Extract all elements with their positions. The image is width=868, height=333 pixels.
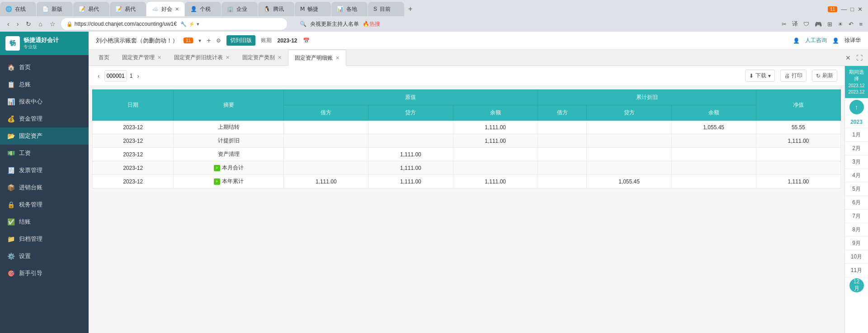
home-btn[interactable]: ⌂: [37, 19, 44, 28]
cell-summary: 资产清理: [174, 148, 284, 161]
gamepad-icon[interactable]: 🎮: [815, 21, 822, 28]
browser-tab-changjie[interactable]: Ⅿ 畅捷: [295, 2, 331, 16]
tab-close-icon[interactable]: ✕: [335, 55, 340, 61]
dropdown-arrow-icon[interactable]: ▾: [198, 38, 201, 44]
top-bar: 刘小艳演示账套（勿删勿动！） 11 ▾ + ⚙ 切到旧版 账期 2023-12 …: [89, 32, 868, 50]
table-row: 2023-12 计提折旧 1,111.00 1,111.00: [93, 134, 841, 148]
browser-tab-gedi[interactable]: 📊 各地: [331, 2, 368, 16]
cell-net-value: 55.55: [756, 121, 840, 134]
sidebar-item-label: 新手引导: [19, 269, 42, 277]
prev-page-btn[interactable]: ‹: [96, 71, 102, 80]
sidebar-item-guide[interactable]: 🎯 新手引导: [0, 265, 89, 282]
period-item-9[interactable]: 9月: [845, 237, 868, 250]
history-icon[interactable]: ↶: [849, 21, 854, 28]
minimize-btn[interactable]: —: [841, 6, 847, 13]
sidebar-item-settings[interactable]: ⚙️ 设置: [0, 248, 89, 265]
customer-service-label[interactable]: 人工咨询: [805, 37, 827, 44]
download-btn[interactable]: ⬇ 下载 ▾: [745, 70, 775, 82]
browser-tab-muqian[interactable]: S 目前: [368, 2, 404, 16]
tab-asset-detail-ledger[interactable]: 固定资产明细账 ✕: [288, 50, 346, 66]
add-account-btn[interactable]: +: [207, 37, 211, 45]
user-avatar-icon: 👤: [832, 38, 839, 44]
sidebar-item-label: 首页: [19, 63, 31, 71]
back-btn[interactable]: ‹: [5, 19, 11, 28]
print-btn[interactable]: 🖨 打印: [780, 70, 807, 82]
cell-summary: +本月合计: [174, 161, 284, 175]
switch-to-old-btn[interactable]: 切到旧版: [226, 35, 255, 46]
calendar-icon[interactable]: 📅: [303, 38, 310, 44]
settings-cog-icon[interactable]: ⚙: [216, 38, 221, 44]
asset-code-input[interactable]: [104, 70, 127, 81]
sidebar-item-payroll[interactable]: 💵 工资: [0, 145, 89, 162]
close-window-btn[interactable]: ✕: [858, 6, 863, 13]
period-item-6[interactable]: 6月: [845, 196, 868, 210]
archive-icon: 📁: [7, 235, 14, 243]
tab-label: 腾讯: [273, 5, 284, 13]
browser-toolbar-right: ✂ 译 🛡 🎮 ⊞ ☀ ↶ ≡: [782, 20, 863, 28]
period-item-8[interactable]: 8月: [845, 223, 868, 237]
tab-home[interactable]: 首页: [92, 50, 116, 66]
period-item-1[interactable]: 1月: [845, 128, 868, 142]
cell-dep-balance: [671, 161, 756, 175]
browser-tab-geshui[interactable]: 👤 个税: [185, 2, 221, 16]
browser-tab-yidai1[interactable]: 📝 易代: [73, 2, 109, 16]
fullscreen-icon: ⛶: [856, 54, 863, 61]
browser-tab-yidai2[interactable]: 📝 易代: [110, 2, 146, 16]
bookmark-btn[interactable]: ☆: [48, 19, 57, 28]
tab-depreciation-stats[interactable]: 固定资产折旧统计表 ✕: [168, 50, 236, 66]
period-item-11[interactable]: 11月: [845, 264, 868, 277]
browser-tab-online[interactable]: 🌐 在线: [0, 2, 36, 16]
next-page-btn[interactable]: ›: [135, 71, 141, 80]
shield-icon[interactable]: 🛡: [803, 21, 809, 28]
expand-btn[interactable]: ✕ ⛶: [844, 52, 864, 63]
tab-label: 畅捷: [307, 5, 318, 13]
ledger-table: 日期 摘要 原值 累计折旧 净值 借方 贷方 余额 借方: [92, 89, 841, 188]
address-bar-input[interactable]: 🔒 https://cloud.chanjet.com/accounting/u…: [61, 18, 287, 30]
period-item-5[interactable]: 5月: [845, 183, 868, 196]
period-item-7[interactable]: 7月: [845, 210, 868, 223]
sidebar-item-closing[interactable]: ✅ 结账: [0, 213, 89, 230]
account-badge: 11: [184, 38, 193, 43]
tab-close-icon[interactable]: ✕: [175, 6, 179, 12]
payroll-icon: 💵: [7, 150, 14, 157]
tab-close-icon[interactable]: ✕: [226, 55, 230, 61]
sidebar-item-home[interactable]: 🏠 首页: [0, 59, 89, 76]
period-item-year[interactable]: 2023: [845, 116, 868, 128]
download-label: 下载: [755, 72, 766, 80]
period-item-12[interactable]: 12月: [849, 278, 864, 293]
browser-tab-new[interactable]: 📄 新版: [37, 2, 73, 16]
sidebar-item-inventory[interactable]: 📦 进销台账: [0, 179, 89, 196]
sidebar-item-reports[interactable]: 📊 报表中心: [0, 93, 89, 110]
period-item-2[interactable]: 2月: [845, 142, 868, 155]
period-item-10[interactable]: 10月: [845, 250, 868, 264]
refresh-btn[interactable]: ↻ 刷新: [812, 70, 837, 82]
forward-btn[interactable]: ›: [15, 19, 21, 28]
tab-close-icon[interactable]: ✕: [157, 55, 161, 61]
browser-tab-haohuiji[interactable]: ☁️ 好会 ✕: [146, 2, 184, 16]
maximize-btn[interactable]: □: [850, 6, 854, 13]
new-tab-button[interactable]: +: [405, 2, 416, 16]
sidebar-item-tax[interactable]: 🔒 税务管理: [0, 196, 89, 213]
browser-tab-qiye[interactable]: 🏢 企业: [222, 2, 258, 16]
grid-icon[interactable]: ⊞: [827, 21, 832, 28]
collapse-icon: ✕: [845, 54, 851, 61]
sidebar-item-fixed-assets[interactable]: 📂 固定资产: [0, 127, 89, 145]
tab-fixed-assets-mgmt[interactable]: 固定资产管理 ✕: [116, 50, 168, 66]
tab-close-icon[interactable]: ✕: [278, 55, 282, 61]
period-item-3[interactable]: 3月: [845, 155, 868, 169]
period-up-btn[interactable]: ↑: [849, 100, 864, 114]
reload-btn[interactable]: ↻: [24, 19, 33, 28]
sidebar-item-cashflow[interactable]: 💰 资金管理: [0, 110, 89, 127]
scissors-icon[interactable]: ✂: [782, 21, 787, 28]
tab-asset-category[interactable]: 固定资产类别 ✕: [236, 50, 288, 66]
browser-tab-tengxun[interactable]: 🐧 腾讯: [258, 2, 294, 16]
brightness-icon[interactable]: ☀: [838, 21, 843, 28]
period-item-4[interactable]: 4月: [845, 169, 868, 183]
tab-label: 企业: [236, 5, 247, 13]
sidebar-item-ledger[interactable]: 📋 总账: [0, 76, 89, 93]
sidebar-item-invoice[interactable]: 🧾 发票管理: [0, 162, 89, 179]
cell-dep-debit: [538, 175, 587, 188]
translate-icon[interactable]: 译: [792, 20, 798, 28]
sidebar-item-archive[interactable]: 📁 归档管理: [0, 230, 89, 248]
menu-icon[interactable]: ≡: [859, 21, 863, 28]
